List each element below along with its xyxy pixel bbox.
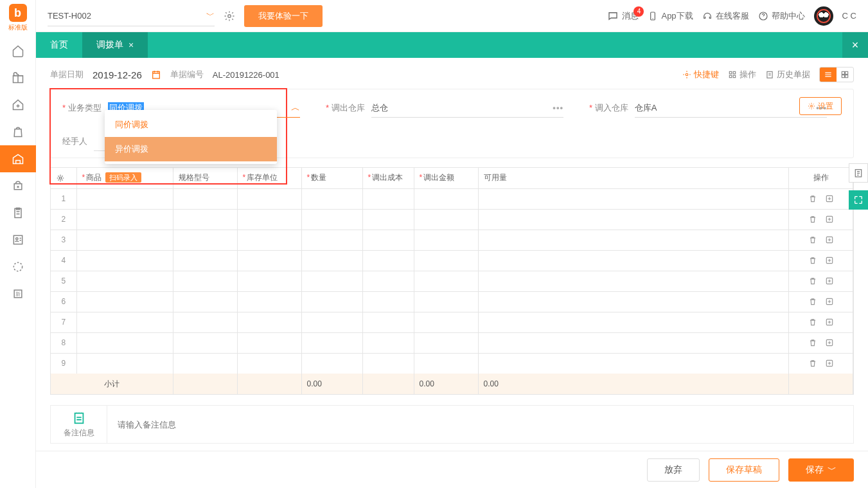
logo-label: 标准版: [8, 23, 28, 32]
line-items-grid: 商品扫码录入 规格型号 库存单位 数量 调出成本 调出金额 可用量 操作 1: [50, 167, 854, 395]
svg-text:新: 新: [15, 291, 21, 297]
sidebar-nav-clipboard[interactable]: [0, 199, 36, 226]
in-warehouse-value: 仓库A: [635, 102, 657, 114]
sidebar-nav-warehouse[interactable]: [0, 145, 36, 172]
dropdown-option-diff-price[interactable]: 异价调拨: [105, 137, 277, 161]
delete-row-icon[interactable]: [808, 318, 817, 327]
sidebar-nav-sync[interactable]: [0, 253, 36, 280]
add-row-icon[interactable]: [825, 194, 834, 203]
dropdown-option-same-price[interactable]: 同价调拨: [105, 113, 277, 137]
logo-icon: b: [9, 4, 27, 22]
add-row-icon[interactable]: [825, 276, 834, 285]
sidebar-nav-price[interactable]: [0, 91, 36, 118]
messages-link[interactable]: 消息 4: [607, 10, 639, 22]
discard-button[interactable]: 放弃: [647, 458, 700, 482]
history-link[interactable]: 历史单据: [765, 69, 810, 80]
document-header: 单据日期 2019-12-26 单据编号 AL-20191226-001 快捷键…: [36, 58, 868, 89]
col-unit: 库存单位: [237, 168, 301, 188]
chevron-down-icon: ﹀: [828, 464, 837, 476]
doc-date[interactable]: 2019-12-26: [93, 69, 142, 80]
delete-row-icon[interactable]: [808, 276, 817, 285]
help-center-link[interactable]: 帮助中心: [758, 10, 805, 22]
add-row-icon[interactable]: [825, 215, 834, 224]
table-row[interactable]: 2: [51, 209, 853, 230]
view-list-icon[interactable]: [820, 68, 837, 82]
sidebar-nav-contacts[interactable]: [0, 226, 36, 253]
svg-rect-15: [733, 75, 736, 78]
avatar[interactable]: [814, 6, 833, 26]
out-warehouse-select[interactable]: 总仓 •••: [371, 98, 563, 118]
subtotal-qty: 0.00: [301, 374, 362, 394]
sidebar-nav-new[interactable]: 新: [0, 280, 36, 307]
col-spec: 规格型号: [173, 168, 237, 188]
tab-close-icon[interactable]: ×: [128, 40, 134, 50]
calendar-icon[interactable]: [151, 69, 161, 80]
remark-input[interactable]: [118, 420, 843, 429]
form-card: 设置 业务类型 同价调拨 ︿ 调出仓库 总仓 •••: [50, 89, 854, 158]
svg-rect-14: [729, 75, 732, 78]
gear-icon[interactable]: [224, 10, 235, 22]
delete-row-icon[interactable]: [808, 338, 817, 347]
logo: b 标准版: [8, 4, 28, 32]
table-row[interactable]: 5: [51, 271, 853, 291]
svg-point-4: [13, 262, 22, 271]
add-row-icon[interactable]: [825, 318, 834, 327]
table-row[interactable]: 9: [51, 353, 853, 374]
add-row-icon[interactable]: [825, 297, 834, 306]
view-grid-icon[interactable]: [837, 68, 853, 82]
delete-row-icon[interactable]: [808, 215, 817, 224]
more-icon: •••: [816, 103, 827, 113]
sidebar-nav-home[interactable]: [0, 37, 36, 64]
delete-row-icon[interactable]: [808, 235, 817, 244]
store-selector[interactable]: TEST-H002 ﹀: [48, 6, 215, 26]
online-service-link[interactable]: 在线客服: [702, 10, 749, 22]
out-warehouse-value: 总仓: [371, 102, 388, 114]
col-product: 商品扫码录入: [76, 168, 173, 188]
subtotal-amount: 0.00: [414, 374, 478, 394]
float-note-button[interactable]: [849, 163, 868, 183]
delete-row-icon[interactable]: [808, 359, 817, 368]
save-button[interactable]: 保存 ﹀: [788, 458, 854, 482]
sidebar-nav-gift[interactable]: [0, 64, 36, 91]
messages-badge: 4: [633, 6, 644, 17]
footer: 放弃 保存草稿 保存 ﹀: [36, 451, 868, 488]
float-expand-button[interactable]: [849, 190, 868, 210]
sidebar-nav-money[interactable]: [0, 172, 36, 199]
shortcut-link[interactable]: 快捷键: [682, 69, 719, 80]
col-available: 可用量: [478, 168, 789, 188]
add-row-icon[interactable]: [825, 338, 834, 347]
sidebar-nav-bag[interactable]: [0, 118, 36, 145]
table-row[interactable]: 1: [51, 188, 853, 209]
ops-link[interactable]: 操作: [728, 69, 756, 80]
tabbar: 首页 调拨单 × ×: [36, 32, 868, 58]
biz-type-dropdown: 同价调拨 异价调拨: [105, 110, 277, 164]
tabbar-close-button[interactable]: ×: [842, 32, 868, 58]
username[interactable]: C C: [842, 11, 856, 21]
col-out-amount: 调出金额: [414, 168, 478, 188]
table-row[interactable]: 8: [51, 332, 853, 353]
add-row-icon[interactable]: [825, 359, 834, 368]
remark-label: 备注信息: [64, 428, 94, 438]
in-warehouse-select[interactable]: 仓库A •••: [635, 98, 827, 118]
save-draft-button[interactable]: 保存草稿: [709, 458, 779, 482]
table-row[interactable]: 3: [51, 230, 853, 250]
trial-button[interactable]: 我要体验一下: [244, 5, 323, 27]
delete-row-icon[interactable]: [808, 256, 817, 265]
col-qty: 数量: [301, 168, 362, 188]
table-row[interactable]: 6: [51, 291, 853, 312]
svg-point-7: [228, 14, 231, 17]
store-name: TEST-H002: [48, 11, 91, 21]
delete-row-icon[interactable]: [808, 297, 817, 306]
add-row-icon[interactable]: [825, 256, 834, 265]
app-download-link[interactable]: App下载: [648, 10, 693, 22]
in-warehouse-label: 调入仓库: [589, 102, 628, 114]
col-gear[interactable]: [51, 168, 76, 188]
tab-transfer-order[interactable]: 调拨单 ×: [82, 32, 148, 58]
table-row[interactable]: 4: [51, 250, 853, 271]
delete-row-icon[interactable]: [808, 194, 817, 203]
more-icon: •••: [553, 103, 563, 113]
add-row-icon[interactable]: [825, 235, 834, 244]
table-row[interactable]: 7: [51, 312, 853, 332]
tab-home[interactable]: 首页: [36, 32, 82, 58]
scan-input-tag[interactable]: 扫码录入: [105, 172, 141, 183]
